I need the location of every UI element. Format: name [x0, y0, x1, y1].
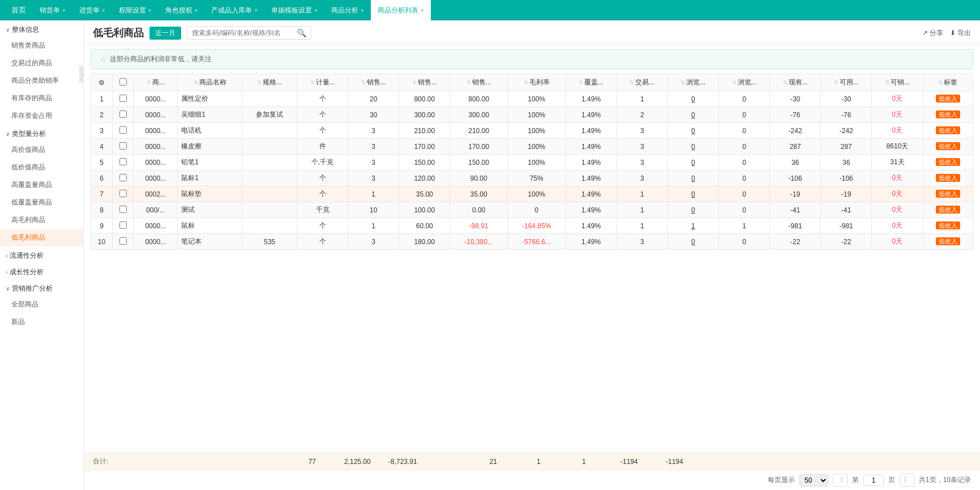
nav-analysis-close[interactable]: × — [361, 7, 364, 14]
cell-tag[interactable]: 低收入 — [923, 234, 973, 250]
sidebar-item-new-goods[interactable]: 新品 — [0, 313, 83, 331]
cell-name[interactable]: 鼠标1 — [178, 171, 242, 186]
row-checkbox[interactable] — [119, 158, 127, 165]
th-name[interactable]: ⇅商品名称 — [178, 74, 242, 91]
nav-purchase[interactable]: 进货单 × — [72, 0, 112, 20]
cell-tag[interactable]: 低收入 — [923, 171, 973, 186]
sidebar-group-marketing[interactable]: ∨ 营销推广分析 — [0, 279, 83, 296]
nav-analysis-list-close[interactable]: × — [421, 7, 424, 14]
sidebar-item-low-coverage[interactable]: 低覆盖量商品 — [0, 194, 83, 211]
sidebar-item-high-value[interactable]: 高价值商品 — [0, 141, 83, 159]
th-sale3[interactable]: ⇅销售... — [450, 74, 508, 91]
cell-tag[interactable]: 低收入 — [923, 218, 973, 234]
sidebar-item-stock-capital[interactable]: 库存资金占用 — [0, 107, 83, 125]
sidebar-item-traded-goods[interactable]: 交易过的商品 — [0, 54, 83, 72]
cell-browse1[interactable]: 1 — [667, 218, 718, 234]
cell-checkbox[interactable] — [113, 123, 134, 139]
cell-checkbox[interactable] — [113, 234, 134, 250]
th-tag[interactable]: ⇅标签 — [923, 74, 973, 91]
nav-product-entry-close[interactable]: × — [254, 7, 258, 14]
nav-template-close[interactable]: × — [314, 7, 318, 14]
row-checkbox[interactable] — [119, 110, 127, 118]
next-page-button[interactable]: 〉 — [900, 474, 914, 487]
cell-tag[interactable]: 低收入 — [923, 91, 973, 107]
row-checkbox[interactable] — [119, 190, 127, 197]
sidebar-item-high-margin[interactable]: 高毛利商品 — [0, 211, 83, 229]
cell-name[interactable]: 笔记本 — [178, 234, 242, 250]
page-input[interactable] — [863, 475, 884, 486]
sidebar-item-all-goods[interactable]: 全部商品 — [0, 296, 83, 313]
cell-name[interactable]: 吴细细1 — [178, 107, 242, 123]
th-margin[interactable]: ⇅毛利率 — [507, 74, 566, 91]
th-unit[interactable]: ⇅计量... — [297, 74, 348, 91]
date-filter-button[interactable]: 近一月 — [149, 27, 181, 40]
th-stock1[interactable]: ⇅现有... — [770, 74, 821, 91]
th-spec[interactable]: ⇅规格... — [242, 74, 297, 91]
nav-permission-close[interactable]: × — [148, 7, 152, 14]
row-checkbox[interactable] — [119, 206, 127, 213]
cell-name[interactable]: 电话机 — [178, 123, 242, 139]
nav-permission[interactable]: 权限设置 × — [112, 0, 159, 20]
cell-browse1[interactable]: 0 — [667, 139, 718, 155]
sidebar-group-type[interactable]: ∨ 类型量分析 — [0, 125, 83, 141]
share-button[interactable]: ↗ 分享 — [922, 28, 943, 38]
nav-analysis-list[interactable]: 商品分析列表 × — [371, 0, 431, 20]
th-checkbox[interactable] — [113, 74, 134, 91]
nav-role[interactable]: 角色授权 × — [159, 0, 205, 20]
sidebar-item-low-margin[interactable]: 低毛利商品 — [0, 229, 83, 246]
cell-checkbox[interactable] — [113, 218, 134, 234]
cell-tag[interactable]: 低收入 — [923, 155, 973, 171]
row-checkbox[interactable] — [119, 95, 127, 102]
nav-product-entry[interactable]: 产成品入库单 × — [204, 0, 264, 20]
row-checkbox[interactable] — [119, 142, 127, 150]
sidebar-group-growth[interactable]: › 成长性分析 — [0, 263, 83, 279]
cell-checkbox[interactable] — [113, 186, 134, 202]
sidebar-item-low-value[interactable]: 低价值商品 — [0, 159, 83, 176]
cell-name[interactable]: 测试 — [178, 202, 242, 218]
sidebar-group-overall[interactable]: ∨ 整体信息 — [0, 20, 83, 37]
select-all-checkbox[interactable] — [119, 78, 127, 86]
th-code[interactable]: ⇅商... — [134, 74, 178, 91]
cell-browse1[interactable]: 0 — [667, 202, 718, 218]
cell-name[interactable]: 铅笔1 — [178, 155, 242, 171]
cell-checkbox[interactable] — [113, 171, 134, 186]
th-sale2[interactable]: ⇅销售... — [399, 74, 450, 91]
nav-sales-close[interactable]: × — [62, 7, 66, 14]
cell-browse1[interactable]: 0 — [667, 123, 718, 139]
cell-checkbox[interactable] — [113, 202, 134, 218]
cell-tag[interactable]: 低收入 — [923, 107, 973, 123]
th-browse2[interactable]: ⇅浏览... — [718, 74, 769, 91]
search-input[interactable] — [192, 29, 297, 37]
cell-tag[interactable]: 低收入 — [923, 186, 973, 202]
sidebar-group-flow[interactable]: › 流通性分析 — [0, 246, 83, 263]
nav-analysis[interactable]: 商品分析 × — [324, 0, 371, 20]
nav-template[interactable]: 单据模板设置 × — [264, 0, 324, 20]
cell-browse1[interactable]: 0 — [667, 234, 718, 250]
th-trade[interactable]: ⇅交易... — [617, 74, 667, 91]
th-stock2[interactable]: ⇅可用... — [821, 74, 872, 91]
cell-browse1[interactable]: 0 — [667, 186, 718, 202]
th-coverage[interactable]: ⇅覆盖... — [566, 74, 617, 91]
cell-tag[interactable]: 低收入 — [923, 202, 973, 218]
cell-tag[interactable]: 低收入 — [923, 123, 973, 139]
search-icon[interactable]: 🔍 — [297, 28, 306, 37]
cell-checkbox[interactable] — [113, 91, 134, 107]
nav-purchase-close[interactable]: × — [102, 7, 105, 14]
nav-home[interactable]: 首页 — [5, 0, 33, 20]
nav-sales[interactable]: 销货单 × — [33, 0, 72, 20]
sidebar-collapse-button[interactable]: « — [79, 66, 84, 83]
cell-browse1[interactable]: 0 — [667, 171, 718, 186]
cell-checkbox[interactable] — [113, 107, 134, 123]
sidebar-item-category-rate[interactable]: 商品分类助销率 — [0, 72, 83, 90]
th-stock3[interactable]: ⇅可销... — [872, 74, 923, 91]
cell-checkbox[interactable] — [113, 155, 134, 171]
cell-checkbox[interactable] — [113, 139, 134, 155]
cell-name[interactable]: 属性定价 — [178, 91, 242, 107]
prev-page-button[interactable]: 〈 — [833, 474, 848, 487]
th-browse1[interactable]: ⇅浏览... — [667, 74, 718, 91]
row-checkbox[interactable] — [119, 237, 127, 245]
th-sale1[interactable]: ⇅销售... — [348, 74, 399, 91]
cell-name[interactable]: 橡皮擦 — [178, 139, 242, 155]
row-checkbox[interactable] — [119, 126, 127, 134]
sidebar-item-sales-goods[interactable]: 销售类商品 — [0, 37, 83, 54]
